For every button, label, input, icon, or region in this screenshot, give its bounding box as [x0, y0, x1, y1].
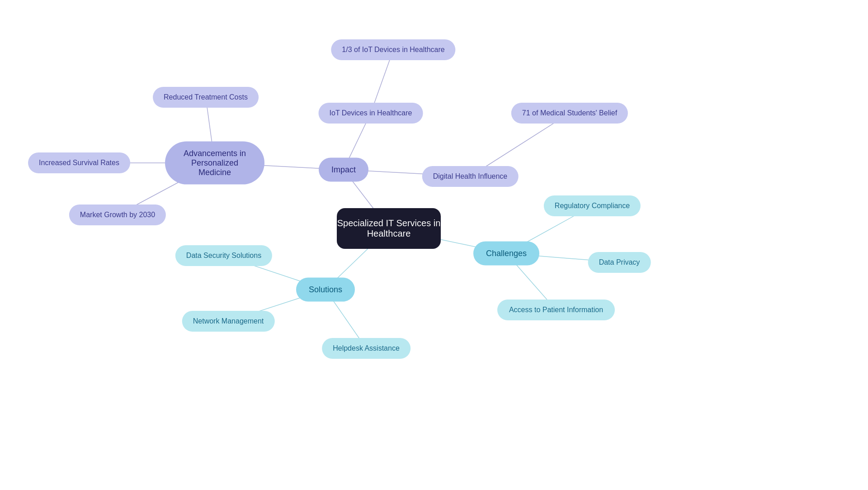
node-iot-devices: IoT Devices in Healthcare [319, 103, 423, 124]
node-impact-label: Impact [331, 165, 356, 175]
node-advancements-label: Advancements in Personalized Medicine [178, 149, 252, 177]
node-data-privacy: Data Privacy [588, 252, 651, 273]
node-solutions-label: Solutions [309, 285, 342, 295]
node-survival-label: Increased Survival Rates [39, 159, 119, 167]
node-patient-label: Access to Patient Information [509, 306, 603, 314]
node-reduced-label: Reduced Treatment Costs [164, 93, 248, 101]
node-iot-label: IoT Devices in Healthcare [330, 109, 412, 117]
node-regulatory: Regulatory Compliance [544, 195, 641, 216]
node-privacy-label: Data Privacy [599, 258, 640, 266]
node-increased-survival: Increased Survival Rates [28, 152, 130, 173]
node-data-security: Data Security Solutions [175, 245, 272, 266]
node-digital-health: Digital Health Influence [422, 166, 519, 187]
node-digital-label: Digital Health Influence [433, 172, 508, 181]
node-medical-students: 71 of Medical Students' Belief [511, 103, 628, 124]
node-helpdesk: Helpdesk Assistance [322, 338, 410, 359]
node-patient-access: Access to Patient Information [497, 300, 615, 320]
node-challenges-label: Challenges [486, 249, 527, 258]
node-data-security-label: Data Security Solutions [186, 252, 261, 260]
node-impact: Impact [319, 158, 368, 182]
node-challenges: Challenges [473, 242, 539, 266]
node-medical-label: 71 of Medical Students' Belief [522, 109, 617, 117]
node-network-label: Network Management [193, 317, 264, 325]
node-iot-fraction: 1/3 of IoT Devices in Healthcare [331, 39, 455, 60]
node-iot-fraction-label: 1/3 of IoT Devices in Healthcare [342, 46, 444, 54]
node-advancements: Advancements in Personalized Medicine [165, 142, 264, 185]
node-regulatory-label: Regulatory Compliance [555, 202, 630, 210]
node-helpdesk-label: Helpdesk Assistance [333, 344, 400, 352]
node-center: Specialized IT Services in Healthcare [337, 208, 441, 249]
node-reduced-treatment: Reduced Treatment Costs [153, 87, 259, 108]
node-solutions: Solutions [296, 278, 355, 302]
node-network-mgmt: Network Management [182, 311, 275, 332]
node-market-label: Market Growth by 2030 [80, 211, 155, 219]
node-market-growth: Market Growth by 2030 [69, 205, 166, 225]
node-center-label: Specialized IT Services in Healthcare [337, 218, 441, 239]
